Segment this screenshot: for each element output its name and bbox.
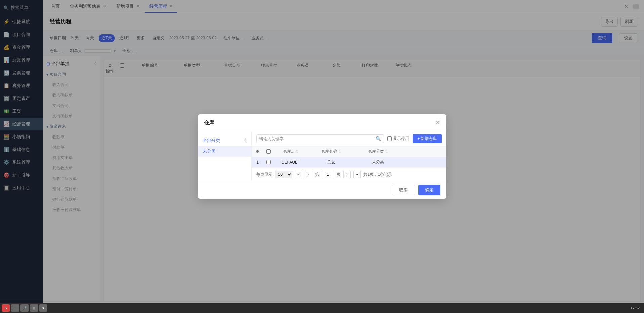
sort-category-icon[interactable]: ⇅: [385, 150, 388, 153]
th-modal-name: 仓库名称 ⇅: [307, 149, 354, 154]
modal-sidebar: 全部分类 《 未分类: [198, 131, 252, 181]
modal-next-page-btn[interactable]: ›: [343, 171, 351, 178]
th-modal-code: 仓库... ⇅: [274, 149, 307, 154]
modal-table-header: ⚙ 仓库... ⇅ 仓库名称 ⇅ 仓库分类 ⇅: [252, 146, 446, 157]
modal-page-label: 第: [315, 172, 319, 178]
modal-per-page-select[interactable]: 50 100: [275, 171, 292, 178]
taskbar-mic-icon[interactable]: 🎤: [20, 304, 29, 312]
modal-category-label: 未分类: [203, 149, 216, 154]
row-code: DEFAULT: [274, 159, 307, 165]
th-code-label: 仓库...: [283, 149, 294, 154]
modal-search-box[interactable]: 🔍: [256, 134, 384, 143]
modal-all-category-label[interactable]: 全部分类: [203, 138, 220, 144]
modal-sidebar-item-uncategorized[interactable]: 未分类: [198, 146, 251, 157]
taskbar-s-icon[interactable]: S: [2, 304, 10, 312]
show-disabled-text: 显示停用: [393, 136, 409, 142]
modal-close-button[interactable]: ✕: [435, 119, 440, 126]
warehouse-modal: 仓库 ✕ 全部分类 《 未分类 🔍: [198, 114, 446, 199]
row-category: 未分类: [354, 159, 401, 165]
modal-body: 全部分类 《 未分类 🔍 显示停用: [198, 131, 446, 181]
modal-first-page-btn[interactable]: «: [295, 171, 302, 178]
modal-total-label: 共1页，1条记录: [363, 172, 392, 178]
row-id-value: 1: [256, 160, 259, 165]
modal-actions: 取消 确定: [198, 181, 446, 199]
taskbar-dot-icon[interactable]: ·: [11, 304, 19, 312]
modal-table-row[interactable]: 1 DEFAULT 总仓 未分类: [252, 157, 446, 168]
row-id: 1: [252, 159, 264, 165]
th-category-label: 仓库分类: [368, 149, 384, 154]
modal-overlay: 仓库 ✕ 全部分类 《 未分类 🔍: [0, 0, 644, 313]
sort-code-icon[interactable]: ⇅: [295, 150, 298, 153]
search-icon: 🔍: [376, 136, 381, 141]
row-select-checkbox[interactable]: [266, 160, 271, 164]
show-disabled-label[interactable]: 显示停用: [387, 136, 409, 142]
sort-name-icon[interactable]: ⇅: [338, 150, 341, 153]
modal-last-page-btn[interactable]: »: [353, 171, 361, 178]
modal-content-area: 🔍 显示停用 + 新增仓库 ⚙: [252, 131, 446, 181]
modal-footer: 每页显示 50 100 « ‹ 第 页 › » 共1页，1条记录: [252, 168, 446, 181]
modal-table-scroll: 1 DEFAULT 总仓 未分类: [252, 157, 446, 168]
modal-per-page-label: 每页显示: [256, 172, 272, 178]
modal-toolbar: 🔍 显示停用 + 新增仓库: [252, 131, 446, 146]
add-warehouse-button[interactable]: + 新增仓库: [413, 134, 441, 143]
row-code-value: DEFAULT: [282, 160, 299, 165]
th-modal-category: 仓库分类 ⇅: [354, 149, 401, 154]
th-modal-settings[interactable]: ⚙: [252, 149, 264, 154]
row-name: 总仓: [307, 159, 354, 165]
taskbar: S · 🎤 ⊞ ▼ 17:52: [0, 303, 644, 313]
modal-title: 仓库: [204, 120, 214, 126]
row-category-value: 未分类: [372, 159, 384, 165]
modal-page-suffix: 页: [337, 172, 341, 178]
modal-prev-page-btn[interactable]: ‹: [305, 171, 312, 178]
modal-search-input[interactable]: [259, 136, 374, 141]
modal-page-input[interactable]: [322, 171, 334, 178]
taskbar-filter-icon[interactable]: ▼: [39, 304, 47, 312]
cancel-button[interactable]: 取消: [392, 185, 415, 195]
th-name-label: 仓库名称: [321, 149, 337, 154]
show-disabled-checkbox[interactable]: [387, 136, 392, 141]
row-checkbox[interactable]: [264, 159, 274, 165]
gear-icon: ⚙: [256, 149, 259, 154]
modal-sidebar-collapse-btn[interactable]: 《: [241, 137, 247, 144]
modal-select-all[interactable]: [266, 149, 271, 154]
taskbar-grid-icon[interactable]: ⊞: [30, 304, 38, 312]
modal-header: 仓库 ✕: [198, 114, 446, 131]
system-time: 17:52: [628, 306, 642, 310]
th-modal-checkbox[interactable]: [264, 149, 274, 154]
row-name-value: 总仓: [327, 159, 335, 165]
confirm-button[interactable]: 确定: [418, 185, 440, 195]
modal-sidebar-header: 全部分类 《: [198, 135, 251, 146]
modal-footer-left: 每页显示 50 100 « ‹ 第 页 › » 共1页，1条记录: [256, 171, 392, 178]
